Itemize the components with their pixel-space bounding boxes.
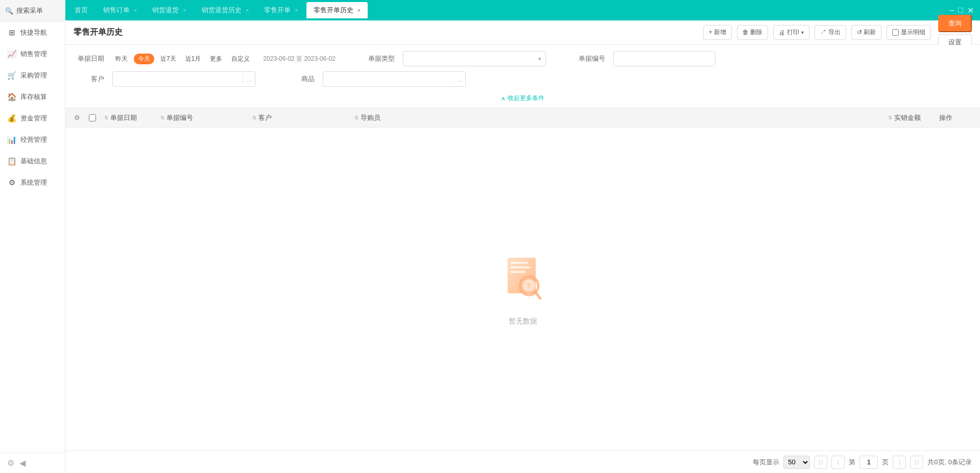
- print-dropdown-icon: ▾: [801, 30, 804, 35]
- pagination: 每页显示 50 10 20 100 ⟨⟨ ⟨ 第 页 ⟩ ⟩⟩ 共0页, 0条记…: [65, 451, 980, 473]
- goods-dots[interactable]: ...: [453, 76, 465, 83]
- first-page-btn[interactable]: ⟨⟨: [814, 456, 827, 469]
- collapse-label: 收起更多条件: [508, 94, 544, 103]
- sort-icon-date: ⇅: [104, 115, 108, 120]
- sidebar-search[interactable]: 🔍 搜索采单: [0, 0, 65, 22]
- goods-input[interactable]: ...: [323, 71, 466, 87]
- export-button[interactable]: ↗ 导出: [815, 25, 846, 40]
- no-label: 单据编号: [575, 54, 605, 63]
- page-input[interactable]: [859, 456, 878, 469]
- maximize-btn[interactable]: □: [958, 6, 963, 15]
- date-shortcut-昨天[interactable]: 昨天: [112, 54, 131, 64]
- sort-icon-customer: ⇅: [252, 115, 256, 120]
- minimize-btn[interactable]: –: [949, 6, 954, 15]
- table-select-all[interactable]: [85, 114, 100, 121]
- col-label-amount: 实销金额: [894, 113, 921, 122]
- date-shortcut-更多[interactable]: 更多: [207, 54, 225, 64]
- last-page-btn[interactable]: ⟩⟩: [910, 456, 923, 469]
- col-header-guide[interactable]: ⇅ 导购员: [350, 113, 412, 122]
- next-page-btn[interactable]: ⟩: [893, 456, 906, 469]
- page-title: 零售开单历史: [74, 27, 698, 38]
- table-header: ⚙ ⇅ 单据日期 ⇅ 单据编号 ⇅ 客户 ⇅ 导购员 ⇅: [65, 108, 980, 128]
- tab-close-sales-order[interactable]: ×: [134, 7, 137, 13]
- tab-sales-return-history[interactable]: 销货退货历史×: [195, 2, 256, 18]
- sidebar-label-quick-nav: 快捷导航: [20, 28, 47, 37]
- sidebar-search-label: 搜索采单: [16, 6, 43, 15]
- tab-close-sales-return[interactable]: ×: [183, 7, 186, 13]
- customer-dots[interactable]: ...: [243, 76, 255, 83]
- table-area: ⚙ ⇅ 单据日期 ⇅ 单据编号 ⇅ 客户 ⇅ 导购员 ⇅: [65, 108, 980, 473]
- customer-field[interactable]: [113, 73, 243, 85]
- query-button[interactable]: 查询: [938, 15, 972, 32]
- close-app-btn[interactable]: ✕: [967, 6, 974, 15]
- sort-icon-no: ⇅: [160, 115, 164, 120]
- col-label-no: 单据编号: [166, 113, 193, 122]
- date-shortcut-近1月[interactable]: 近1月: [182, 54, 204, 64]
- empty-illustration: ?: [497, 253, 548, 309]
- sidebar-item-operations[interactable]: 📊经营管理: [0, 129, 65, 151]
- sidebar-label-inventory: 库存核算: [20, 92, 47, 102]
- tab-label-sales-return-history: 销货退货历史: [202, 6, 242, 15]
- delete-button[interactable]: 🗑 删除: [737, 25, 768, 40]
- collapse-footer-btn[interactable]: ◀: [19, 458, 26, 468]
- date-shortcut-今天[interactable]: 今天: [134, 54, 154, 64]
- tab-close-retail-open-history[interactable]: ×: [357, 7, 361, 13]
- table-settings-icon[interactable]: ⚙: [69, 114, 85, 121]
- sort-icon-guide: ⇅: [354, 115, 358, 120]
- sidebar-icon-operations: 📊: [7, 135, 16, 144]
- customer-input[interactable]: ...: [112, 71, 255, 87]
- per-page-select[interactable]: 50 10 20 100: [783, 456, 810, 469]
- goods-field[interactable]: [323, 73, 453, 85]
- per-page-label: 每页显示: [753, 458, 779, 467]
- tab-sales-return[interactable]: 销货退货×: [145, 2, 193, 18]
- sidebar-item-inventory[interactable]: 🏠库存核算: [0, 86, 65, 108]
- prev-page-btn[interactable]: ⟨: [831, 456, 845, 469]
- filter-row-2: 客户 ... 商品 ...: [74, 71, 972, 87]
- date-shortcut-自定义[interactable]: 自定义: [228, 54, 253, 64]
- tab-home[interactable]: 首页: [67, 2, 95, 18]
- tab-close-retail-open[interactable]: ×: [295, 7, 298, 13]
- sidebar-label-finance: 资金管理: [20, 114, 47, 123]
- sidebar-item-system[interactable]: ⚙系统管理: [0, 172, 65, 193]
- sidebar-icon-sales: 📈: [7, 49, 16, 59]
- date-shortcut-近7天[interactable]: 近7天: [157, 54, 179, 64]
- print-button[interactable]: 🖨 打印 ▾: [773, 25, 809, 40]
- page-suffix: 页: [882, 458, 889, 467]
- filter-area: 单据日期 昨天今天近7天近1月更多自定义 2023-06-02 至 2023-0…: [65, 45, 980, 108]
- svg-rect-3: [510, 271, 525, 273]
- col-label-action: 操作: [939, 113, 952, 122]
- col-header-date[interactable]: ⇅ 单据日期: [100, 113, 156, 122]
- add-button[interactable]: + 新增: [703, 25, 732, 40]
- sidebar-item-quick-nav[interactable]: ⊞快捷导航: [0, 22, 65, 43]
- tab-bar-right: – □ ✕: [949, 6, 978, 15]
- settings-footer-btn[interactable]: ⚙: [7, 458, 14, 468]
- col-header-no[interactable]: ⇅ 单据编号: [156, 113, 248, 122]
- main-content: 首页销售订单×销货退货×销货退货历史×零售开单×零售开单历史× – □ ✕ 零售…: [65, 0, 980, 473]
- date-label: 单据日期: [74, 54, 104, 63]
- sidebar-item-base[interactable]: 📋基础信息: [0, 151, 65, 172]
- select-all-checkbox[interactable]: [89, 114, 96, 121]
- sidebar-item-finance[interactable]: 💰资金管理: [0, 108, 65, 129]
- display-detail-button[interactable]: 显示明细: [887, 25, 931, 40]
- no-input[interactable]: [613, 51, 715, 66]
- sidebar-label-purchase: 采购管理: [20, 71, 47, 80]
- sidebar-item-purchase[interactable]: 🛒采购管理: [0, 65, 65, 86]
- tab-sales-order[interactable]: 销售订单×: [96, 2, 144, 18]
- sidebar-item-sales[interactable]: 📈销售管理: [0, 43, 65, 65]
- empty-text: 暂无数据: [509, 317, 537, 326]
- collapse-bar[interactable]: ∧ 收起更多条件: [74, 92, 972, 104]
- customer-label: 客户: [74, 74, 104, 84]
- col-header-amount[interactable]: ⇅ 实销金额: [884, 113, 935, 122]
- type-select[interactable]: ▾: [403, 51, 546, 66]
- tab-close-sales-return-history[interactable]: ×: [246, 7, 249, 13]
- tab-retail-open[interactable]: 零售开单×: [257, 2, 305, 18]
- tab-retail-open-history[interactable]: 零售开单历史×: [306, 2, 368, 18]
- sidebar-icon-purchase: 🛒: [7, 71, 16, 80]
- sidebar-icon-inventory: 🏠: [7, 92, 16, 102]
- refresh-button[interactable]: ↺ 刷新: [851, 25, 881, 40]
- print-icon: 🖨: [779, 29, 785, 36]
- date-range-display: 2023-06-02 至 2023-06-02: [263, 55, 335, 63]
- col-header-customer[interactable]: ⇅ 客户: [248, 113, 350, 122]
- display-detail-checkbox[interactable]: [892, 29, 899, 36]
- toolbar: 零售开单历史 + 新增 🗑 删除 🖨 打印 ▾ ↗ 导出 ↺ 刷新 显示明细 查…: [65, 20, 980, 45]
